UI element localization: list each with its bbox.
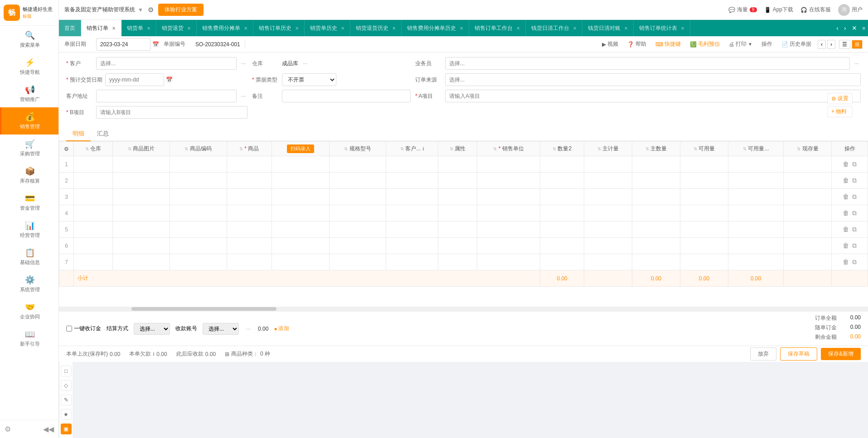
- tab-expense-history[interactable]: 销售费用分摊单历史 ✕: [402, 20, 469, 36]
- sidebar-item-search[interactable]: 🔍 搜索菜单: [0, 26, 58, 53]
- row-4-warehouse[interactable]: [74, 205, 113, 221]
- row-5-unit[interactable]: [477, 221, 540, 238]
- a-project-input[interactable]: [445, 90, 861, 102]
- shortcut-button[interactable]: ⌨ 快捷键: [653, 39, 684, 49]
- row-3-code[interactable]: [170, 189, 227, 205]
- delivery-calendar-icon[interactable]: 📅: [166, 77, 173, 83]
- tab-invoice-history[interactable]: 销货单历史 ✕: [305, 20, 350, 36]
- row-6-available2[interactable]: [728, 238, 783, 254]
- row-3-warehouse[interactable]: [74, 189, 113, 205]
- row-3-main-qty[interactable]: [632, 189, 680, 205]
- app-download-button[interactable]: 📱 App下载: [764, 6, 793, 14]
- prev-record-button[interactable]: ‹: [818, 40, 826, 49]
- online-support-button[interactable]: 🎧 在线客服: [800, 6, 831, 14]
- row-1-delete-icon[interactable]: 🗑: [842, 159, 850, 168]
- row-7-image[interactable]: [113, 254, 170, 270]
- address-expand-icon[interactable]: ···: [239, 93, 247, 99]
- row-1-main-unit[interactable]: [584, 156, 632, 173]
- print-button[interactable]: 🖨 打印 ▼: [726, 39, 755, 49]
- row-2-available2[interactable]: [728, 173, 783, 189]
- row-4-stock[interactable]: [784, 205, 832, 221]
- tab-close-icon-12[interactable]: ✕: [681, 26, 684, 31]
- view-button[interactable]: ▶ 视频: [599, 39, 621, 49]
- warehouse-expand-icon[interactable]: ···: [301, 60, 309, 67]
- tab-daily-reconcile[interactable]: 钱货日清对账 ✕: [582, 20, 634, 36]
- sub-tab-detail[interactable]: 明细: [66, 127, 91, 141]
- row-6-copy-icon[interactable]: ⧉: [851, 241, 858, 250]
- scroll-bar-area[interactable]: [59, 307, 868, 311]
- right-panel-btn-1[interactable]: □: [61, 366, 72, 376]
- table-container[interactable]: ⚙ ⇅ 仓库 ⇅ 商品图片 ⇅ 商品编码: [59, 141, 868, 307]
- tab-prev-button[interactable]: ‹: [834, 24, 841, 32]
- row-7-product[interactable]: [227, 254, 272, 270]
- row-5-delete-icon[interactable]: 🗑: [842, 225, 850, 234]
- row-6-available[interactable]: [680, 238, 728, 254]
- row-1-attr[interactable]: [438, 156, 477, 173]
- row-3-main-unit[interactable]: [584, 189, 632, 205]
- help-button[interactable]: ❓ 帮助: [625, 39, 649, 49]
- row-1-warehouse[interactable]: [74, 156, 113, 173]
- payment-method-select[interactable]: 选择...: [134, 323, 170, 335]
- scan-button[interactable]: 扫码录入: [287, 144, 314, 153]
- tab-close-icon-8[interactable]: ✕: [460, 26, 463, 31]
- tab-sales-order[interactable]: 销售订单 ✕: [81, 20, 121, 36]
- delivery-date-input[interactable]: [105, 73, 164, 86]
- row-2-product[interactable]: [227, 173, 272, 189]
- sidebar-item-operations[interactable]: 📊 经营管理: [0, 216, 58, 243]
- settings-button[interactable]: ⚙ 设置: [827, 93, 853, 104]
- tab-sales-order-history[interactable]: 销售订单历史 ✕: [253, 20, 305, 36]
- row-5-copy-icon[interactable]: ⧉: [851, 225, 858, 234]
- sidebar-item-sales[interactable]: 💰 销售管理: [0, 107, 58, 135]
- row-2-image[interactable]: [113, 173, 170, 189]
- date-input[interactable]: [96, 38, 150, 51]
- row-1-available[interactable]: [680, 156, 728, 173]
- row-2-customer-code[interactable]: [386, 173, 438, 189]
- right-panel-btn-3[interactable]: ✎: [61, 395, 72, 405]
- add-payment-button[interactable]: ● 添加: [274, 325, 289, 332]
- row-1-main-qty[interactable]: [632, 156, 680, 173]
- tab-close-icon-9[interactable]: ✕: [516, 26, 520, 31]
- gear-settings-icon[interactable]: ⚙: [148, 6, 154, 14]
- sidebar-item-collab[interactable]: 🤝 企业协同: [0, 298, 58, 325]
- right-panel-btn-5[interactable]: ▣: [61, 424, 72, 434]
- row-1-spec[interactable]: [329, 156, 386, 173]
- customer-address-input[interactable]: [96, 90, 237, 102]
- row-4-main-unit[interactable]: [584, 205, 632, 221]
- sub-tab-summary[interactable]: 汇总: [91, 127, 115, 141]
- row-7-spec[interactable]: [329, 254, 386, 270]
- row-7-attr[interactable]: [438, 254, 477, 270]
- row-5-main-qty[interactable]: [632, 221, 680, 238]
- row-5-product[interactable]: [227, 221, 272, 238]
- tab-close-icon-10[interactable]: ✕: [573, 26, 577, 31]
- row-1-copy-icon[interactable]: ⧉: [851, 159, 858, 168]
- row-5-available2[interactable]: [728, 221, 783, 238]
- row-5-qty2[interactable]: [540, 221, 584, 238]
- tab-sales-return[interactable]: 销货退货 ✕: [156, 20, 197, 36]
- row-6-main-qty[interactable]: [632, 238, 680, 254]
- row-7-stock[interactable]: [784, 254, 832, 270]
- solution-button[interactable]: 体验行业方案: [158, 4, 204, 16]
- row-1-image[interactable]: [113, 156, 170, 173]
- row-3-unit[interactable]: [477, 189, 540, 205]
- right-panel-btn-2[interactable]: ◇: [61, 380, 72, 391]
- row-1-code[interactable]: [170, 156, 227, 173]
- account-expand-icon[interactable]: ···: [244, 326, 252, 332]
- row-3-available2[interactable]: [728, 189, 783, 205]
- profit-button[interactable]: 💹 毛利预估: [687, 39, 723, 49]
- tab-home[interactable]: 首页: [59, 20, 81, 36]
- sidebar-item-nav[interactable]: ⚡ 快捷导航: [0, 53, 58, 80]
- tab-close-icon-11[interactable]: ✕: [624, 26, 628, 31]
- customer-expand-icon[interactable]: ···: [239, 60, 247, 67]
- row-6-unit[interactable]: [477, 238, 540, 254]
- row-4-copy-icon[interactable]: ⧉: [851, 208, 858, 217]
- row-7-customer-code[interactable]: [386, 254, 438, 270]
- row-4-main-qty[interactable]: [632, 205, 680, 221]
- right-panel-btn-4[interactable]: ★: [61, 409, 72, 420]
- row-4-spec[interactable]: [329, 205, 386, 221]
- gear-th-icon[interactable]: ⚙: [64, 146, 69, 152]
- add-material-button[interactable]: + 物料: [827, 106, 853, 117]
- row-3-qty2[interactable]: [540, 189, 584, 205]
- row-7-code[interactable]: [170, 254, 227, 270]
- one-click-checkbox[interactable]: [66, 326, 72, 332]
- tab-next-button[interactable]: ›: [841, 24, 849, 32]
